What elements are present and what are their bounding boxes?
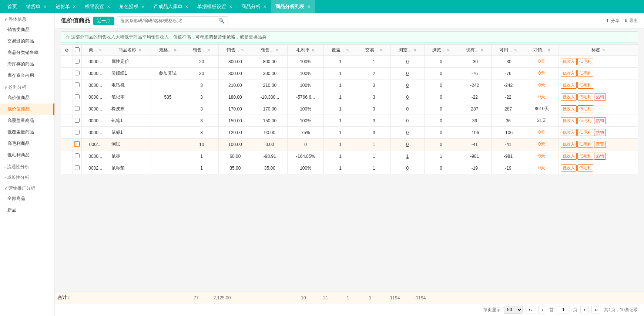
browse1-link[interactable]: 0 [406, 142, 409, 147]
th-tags[interactable]: 标签 ⇅ [559, 45, 638, 56]
th-checkbox[interactable] [73, 45, 82, 56]
browse1-link[interactable]: 0 [406, 106, 409, 112]
td-checkbox[interactable] [73, 115, 82, 127]
sidebar-item-high-value[interactable]: 高价值商品 [0, 92, 54, 103]
sidebar-group-growth[interactable]: › 成长性分析 [0, 171, 54, 182]
tag: 低毛利 [577, 153, 593, 160]
search-icon[interactable]: 🔍 [218, 18, 225, 24]
td-browse1[interactable]: 0 [391, 91, 425, 103]
td-browse1[interactable]: 0 [391, 162, 425, 174]
td-browse1[interactable]: 0 [391, 139, 425, 150]
page-input[interactable] [557, 306, 570, 313]
browse1-link[interactable]: 0 [406, 95, 409, 100]
nav-sales[interactable]: 销货单 ✕ [21, 0, 51, 13]
th-sales-qty[interactable]: 销售... ⇅ [185, 45, 218, 56]
td-checkbox[interactable] [73, 79, 82, 91]
table-container[interactable]: ⚙ 商... ⇅ 商品名称 ⇅ 规格... ⇅ 销售... ⇅ 销售... ⇅ … [61, 44, 638, 292]
sidebar-item-high-coverage[interactable]: 高覆盖量商品 [0, 115, 54, 126]
browse1-link[interactable]: 0 [406, 83, 409, 88]
row-checkbox[interactable] [75, 153, 80, 158]
sidebar-group-marketing[interactable]: ∨ 营销推广分析 [0, 182, 54, 193]
th-name[interactable]: 商品名称 ⇅ [109, 45, 151, 56]
th-spec[interactable]: 规格... ⇅ [151, 45, 185, 56]
sidebar-item-low-coverage[interactable]: 低覆盖量商品 [0, 126, 54, 138]
sidebar-item-all-products[interactable]: 全部商品 [0, 193, 54, 204]
th-coverage[interactable]: 覆盖... ⇅ [323, 45, 357, 56]
sidebar-item-low-value[interactable]: 低价值商品 [0, 103, 54, 115]
nav-product-in[interactable]: 产成品入库单 ✕ [149, 0, 193, 13]
browse1-link[interactable]: 0 [406, 130, 409, 135]
nav-role[interactable]: 角色授权 ✕ [115, 0, 149, 13]
browse1-link[interactable]: 0 [406, 118, 409, 123]
sidebar-item-stagnant[interactable]: 滞库存的商品 [0, 58, 54, 70]
last-page-btn[interactable]: ›› [591, 306, 601, 313]
sidebar-group-circulation[interactable]: › 流通性分析 [0, 161, 54, 171]
row-checkbox[interactable] [75, 118, 80, 123]
row-checkbox[interactable] [75, 59, 80, 64]
row-checkbox[interactable] [75, 82, 80, 87]
browse1-link[interactable]: 0 [406, 166, 409, 171]
th-saleable[interactable]: 可销... ⇅ [525, 45, 559, 56]
row-checkbox[interactable] [75, 106, 80, 111]
th-gear[interactable]: ⚙ [61, 45, 73, 56]
td-browse1[interactable]: 0 [391, 127, 425, 139]
row-checkbox[interactable] [75, 130, 80, 135]
sidebar-item-high-margin[interactable]: 高毛利商品 [0, 138, 54, 149]
td-browse1[interactable]: 0 [391, 115, 425, 127]
sidebar-item-category-rate[interactable]: 商品分类销售率 [0, 47, 54, 58]
nav-permission[interactable]: 权限设置 ✕ [80, 0, 115, 13]
prev-page-btn[interactable]: ‹ [538, 306, 546, 313]
next-page-btn[interactable]: › [580, 306, 588, 313]
th-sales-amt[interactable]: 销售... ⇅ [218, 45, 252, 56]
td-browse1[interactable]: 0 [391, 56, 425, 68]
sidebar-item-low-margin[interactable]: 低毛利商品 [0, 149, 54, 161]
nav-purchase[interactable]: 进货单 ✕ [51, 0, 81, 13]
page-size-select[interactable]: 50 100 200 [504, 306, 523, 314]
sidebar-group-overall[interactable]: ∨ 整体信息 [0, 13, 54, 24]
th-sales-avg[interactable]: 销售... ⇅ [252, 45, 288, 56]
td-checkbox[interactable] [73, 103, 82, 115]
browse1-link[interactable]: 0 [406, 71, 409, 76]
td-browse1[interactable]: 0 [391, 103, 425, 115]
td-checkbox[interactable] [73, 139, 82, 150]
th-usable-stock[interactable]: 可用... ⇅ [492, 45, 525, 56]
td-usable-stock: -22 [492, 91, 525, 103]
td-checkbox[interactable] [73, 91, 82, 103]
td-browse1[interactable]: 0 [391, 79, 425, 91]
td-checkbox[interactable] [73, 68, 82, 79]
browse1-link[interactable]: 0 [406, 59, 409, 64]
nav-home[interactable]: 首页 [3, 0, 21, 13]
nav-product-list[interactable]: 商品分析列表 ✕ [271, 0, 315, 13]
td-browse1[interactable]: 0 [391, 68, 425, 79]
td-checkbox[interactable] [73, 162, 82, 174]
sidebar-item-sales-products[interactable]: 销售类商品 [0, 24, 54, 35]
select-all-checkbox[interactable] [75, 47, 80, 52]
row-checkbox[interactable] [75, 165, 80, 170]
row-checkbox[interactable] [75, 142, 80, 146]
period-button[interactable]: 近一月 [93, 17, 114, 25]
td-checkbox[interactable] [73, 56, 82, 68]
th-gross-margin[interactable]: 毛利率 ⇅ [288, 45, 323, 56]
share-button[interactable]: ⬆ 分享 [606, 18, 620, 24]
th-code[interactable]: 商... ⇅ [82, 45, 109, 56]
sidebar-item-new-products[interactable]: 新品 [0, 204, 54, 216]
row-checkbox[interactable] [75, 71, 80, 75]
browse1-link[interactable]: 1 [406, 154, 409, 159]
export-button[interactable]: ⬇ 导出 [624, 18, 638, 24]
th-current-stock[interactable]: 现有... ⇅ [458, 45, 492, 56]
td-browse1[interactable]: 1 [391, 150, 425, 162]
search-input[interactable] [120, 18, 218, 23]
nav-template[interactable]: 单据模板设置 ✕ [193, 0, 237, 13]
sidebar-group-profit[interactable]: ∨ 盈利分析 [0, 81, 54, 92]
first-page-btn[interactable]: ‹‹ [526, 306, 535, 313]
th-trade[interactable]: 交易... ⇅ [357, 45, 391, 56]
sidebar-item-inventory-fund[interactable]: 库存资金占用 [0, 70, 54, 81]
td-checkbox[interactable] [73, 127, 82, 139]
td-current-stock: -30 [458, 56, 492, 68]
nav-product-analysis[interactable]: 商品分析 ✕ [237, 0, 271, 13]
row-checkbox[interactable] [75, 94, 80, 99]
sidebar-item-traded[interactable]: 交易过的商品 [0, 35, 54, 47]
th-browse2[interactable]: 浏览... ⇅ [424, 45, 458, 56]
td-checkbox[interactable] [73, 150, 82, 162]
th-browse1[interactable]: 浏览... ⇅ [391, 45, 425, 56]
